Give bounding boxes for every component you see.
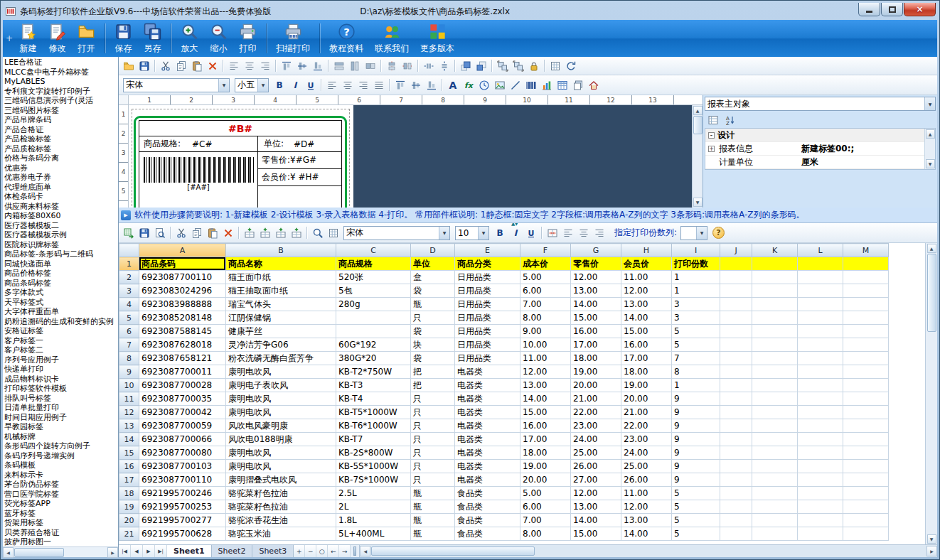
cell-H10[interactable]: 19.00: [621, 379, 672, 392]
column-header-C[interactable]: C: [336, 244, 411, 257]
sort-az-button[interactable]: AZ: [722, 112, 737, 127]
column-header-E[interactable]: E: [455, 244, 520, 257]
cell-H20[interactable]: 13.00: [621, 514, 672, 527]
cell-B17[interactable]: 康明摺叠式电吹风: [226, 473, 336, 487]
cell-A8[interactable]: 6923087658121: [139, 352, 226, 365]
template-item[interactable]: 时间日期应用例子: [3, 413, 118, 423]
cell-J6[interactable]: [720, 325, 752, 338]
cell-B19[interactable]: 骆驼菜籽色拉油: [226, 500, 336, 514]
cell-I8[interactable]: 7: [672, 352, 720, 365]
print-button[interactable]: 打印: [234, 21, 262, 55]
row-header-21[interactable]: 21: [119, 527, 139, 541]
cell-K1[interactable]: [752, 257, 798, 271]
move-right-button[interactable]: →: [339, 545, 351, 557]
cell-F5[interactable]: 8.00: [520, 311, 571, 325]
cell-M5[interactable]: [843, 311, 889, 325]
cell-K13[interactable]: [752, 419, 798, 433]
cell-D14[interactable]: 只: [411, 433, 455, 446]
cell-D20[interactable]: 瓶: [411, 514, 455, 527]
cell-B8[interactable]: 粉衣洗磷无酶白蛋芳争: [226, 352, 336, 365]
center-vertical-button[interactable]: [400, 58, 415, 73]
open-button[interactable]: 打开: [73, 21, 100, 55]
group-button[interactable]: [495, 58, 510, 73]
cell-I21[interactable]: 5: [672, 527, 720, 541]
template-item[interactable]: 医疗器械模板示例: [3, 230, 118, 240]
cell-G5[interactable]: 15.00: [571, 311, 621, 325]
cell-M7[interactable]: [843, 338, 889, 352]
column-header-M[interactable]: M: [843, 244, 889, 257]
cell-K7[interactable]: [752, 338, 798, 352]
cell-D8[interactable]: 袋: [411, 352, 455, 365]
template-item[interactable]: 条码序列号递增实例: [3, 451, 118, 461]
align-center-button[interactable]: [340, 77, 355, 92]
design-canvas[interactable]: #B# 商品规格: #C# 单位:: [129, 105, 692, 208]
cell-C8[interactable]: 380G*20: [336, 352, 411, 365]
last-sheet-button[interactable]: ▶|: [155, 545, 167, 557]
cell-F21[interactable]: 8.00: [520, 527, 571, 541]
label-spec-cell[interactable]: 商品规格: #C#: [139, 136, 257, 151]
help-button[interactable]: ?: [712, 227, 725, 239]
cell-F9[interactable]: 12.00: [520, 365, 571, 379]
align-justify-button[interactable]: [371, 77, 386, 92]
template-item[interactable]: 天平标签式: [3, 298, 118, 308]
cell-H1[interactable]: 会员价: [621, 257, 672, 271]
add-sheet-button[interactable]: +: [294, 545, 305, 557]
property-value[interactable]: 新建标签00:;: [801, 143, 924, 155]
cell-H13[interactable]: 22.00: [621, 419, 672, 433]
property-row[interactable]: +报表信息新建标签00:;: [705, 142, 924, 156]
cell-H14[interactable]: 23.00: [621, 433, 672, 446]
align-middle-button[interactable]: [408, 77, 423, 92]
cell-I10[interactable]: 1: [672, 379, 720, 392]
property-grid-scrollbar[interactable]: ▲ ▼: [924, 129, 935, 169]
retail-price-field[interactable]: 零售价:¥#G#: [258, 152, 341, 169]
template-item[interactable]: 商品价格标签: [3, 269, 118, 279]
row-header-2[interactable]: 2: [119, 271, 139, 284]
cell-H8[interactable]: 17.00: [621, 352, 672, 365]
cell-D12[interactable]: 只: [411, 406, 455, 419]
cell-K4[interactable]: [752, 298, 798, 311]
template-item[interactable]: 安格证标签: [3, 326, 118, 336]
column-header-A[interactable]: A: [139, 244, 226, 257]
template-item[interactable]: 产品质检标签: [3, 144, 118, 154]
row-header-19[interactable]: 19: [119, 500, 139, 514]
cell-L11[interactable]: [798, 392, 843, 406]
cell-M19[interactable]: [843, 500, 889, 514]
cell-L4[interactable]: [798, 298, 843, 311]
align-left-button[interactable]: [324, 77, 339, 92]
cell-B18[interactable]: 骆驼菜籽色拉油: [226, 487, 336, 500]
row-header-14[interactable]: 14: [119, 433, 139, 446]
cell-L9[interactable]: [798, 365, 843, 379]
cell-C5[interactable]: [336, 311, 411, 325]
categorized-button[interactable]: [705, 112, 720, 127]
italic-button[interactable]: I: [287, 77, 302, 92]
cell-I20[interactable]: 5: [672, 514, 720, 527]
cell-E8[interactable]: 日用品类: [455, 352, 520, 365]
scroll-thumb[interactable]: [927, 254, 936, 332]
cell-F4[interactable]: 7.00: [520, 298, 571, 311]
cell-M3[interactable]: [843, 284, 889, 298]
row-header-7[interactable]: 7: [119, 338, 139, 352]
table-button[interactable]: [555, 77, 570, 92]
time-button[interactable]: [476, 77, 491, 92]
template-item[interactable]: 披萨用标图一: [3, 537, 118, 546]
cell-J13[interactable]: [720, 419, 752, 433]
template-item[interactable]: 来料标示卡: [3, 470, 118, 480]
row-header-15[interactable]: 15: [119, 446, 139, 460]
cell-A14[interactable]: 6923087700066: [139, 433, 226, 446]
cell-F15[interactable]: 18.00: [520, 446, 571, 460]
cell-D1[interactable]: 单位: [411, 257, 455, 271]
template-item[interactable]: 供应商来料标签: [3, 202, 118, 212]
template-item[interactable]: LEE合格证: [3, 58, 118, 68]
new-button[interactable]: 新建: [14, 21, 42, 55]
template-item[interactable]: 蓝牙标签: [3, 509, 118, 519]
cell-B7[interactable]: 灵净洁芳争G06: [226, 338, 336, 352]
cell-G19[interactable]: 13.00: [571, 500, 621, 514]
cell-L16[interactable]: [798, 460, 843, 473]
static-text-button[interactable]: A: [445, 77, 460, 92]
scroll-up-icon[interactable]: ▲: [926, 129, 935, 139]
cell-J5[interactable]: [720, 311, 752, 325]
cell-M13[interactable]: [843, 419, 889, 433]
cell-A17[interactable]: 6923087700110: [139, 473, 226, 487]
scroll-left-icon[interactable]: ◀: [360, 546, 370, 556]
cell-M6[interactable]: [843, 325, 889, 338]
